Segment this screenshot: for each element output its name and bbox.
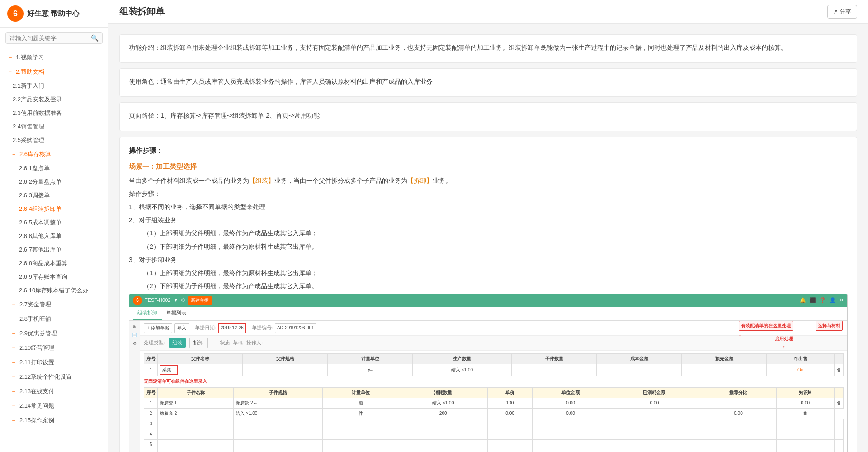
plus-icon: ＋ <box>11 300 17 309</box>
sidebar-item-label: 2.6.5成本调整单 <box>19 219 61 227</box>
app-titlebar: 6 TEST-H002 ▼ ⚙ 新建单据 🔔 ⬛ ❓ 👤 ✕ <box>129 294 847 307</box>
sidebar-item-data[interactable]: 2.3使用前数据准备 <box>0 106 108 120</box>
sidebar-item-purchase[interactable]: 2.5采购管理 <box>0 133 108 147</box>
page-title: 组装拆卸单 <box>119 5 165 18</box>
sidebar-item-label: 2.1新手入门 <box>13 82 44 90</box>
on-label: On <box>797 367 803 372</box>
share-icon: ↗ <box>833 9 838 15</box>
plus-icon: ＋ <box>7 53 13 62</box>
sidebar-item-inv9[interactable]: 2.6.9库存账本查询 <box>0 270 108 284</box>
sidebar-item-label: 2.8手机旺辅 <box>19 315 51 323</box>
sidebar-item-label: 2.2产品安装及登录 <box>13 95 62 104</box>
logo-icon: 6 <box>7 5 24 22</box>
minus-icon: － <box>11 150 17 158</box>
sidebar-item-label: 2.7资金管理 <box>19 300 51 309</box>
table-row: 5 <box>144 439 844 450</box>
form-header: + 添加单据 导入 单据日期: 2019-12-26 单据编号: AD-2019… <box>140 321 847 336</box>
sidebar-item-label: 2.10经营管理 <box>19 344 54 352</box>
ops-card: 操作步骤： 场景一：加工类型选择 当由多个子件材料组装成一个成品的业务为【组装】… <box>119 137 857 452</box>
table-row: 4 <box>144 429 844 439</box>
type-selector-row: 处理类型: 组装 拆卸 状态: 草稿 操作人: 组装业务、拆卸业务在这里切换 启… <box>140 336 847 351</box>
share-button[interactable]: ↗ 分享 <box>827 5 857 19</box>
sidebar-item-label: 2.9优惠券管理 <box>19 329 57 338</box>
left-icon1: ⊞ <box>133 323 137 330</box>
sidebar-item-label: 2.6.1盘点单 <box>19 164 50 172</box>
app-left-icons: ⊞ 📄 ⚙ <box>129 321 140 452</box>
app-screenshot: 6 TEST-H002 ▼ ⚙ 新建单据 🔔 ⬛ ❓ 👤 ✕ <box>129 294 848 452</box>
sidebar-item-faq[interactable]: ＋ 2.14常见问题 <box>0 399 108 413</box>
top-bar: 组装拆卸单 ↗ 分享 <box>108 0 868 24</box>
role-text: 使用角色：通常由生产人员或库管人员完成拆装业务的操作，库管人员确认原材料的出库和… <box>129 76 848 87</box>
sidebar-item-sales[interactable]: 2.4销售管理 <box>0 120 108 133</box>
intro-card: 功能介绍：组装拆卸单用来处理企业组装或拆卸等加工业务，支持有固定装配清单的产品加… <box>119 34 857 63</box>
search-icon[interactable]: 🔍 <box>91 34 99 42</box>
sidebar-item-inventory[interactable]: － 2.6库存核算 <box>0 147 108 162</box>
sidebar-item-coupon[interactable]: ＋ 2.9优惠券管理 <box>0 326 108 341</box>
step3-sub1: （1）上部明细为父件明细，最终作为原材料生成其它出库单； <box>143 267 848 279</box>
sidebar-item-label: 2.6.6其他入库单 <box>19 232 61 240</box>
sidebar-item-label: 2.6.9库存账本查询 <box>19 273 67 281</box>
path-text: 页面路径：1、库存核算->库存管理->组装拆卸单 2、首页->常用功能 <box>129 110 848 121</box>
tab-list[interactable]: 单据列表 <box>162 307 191 320</box>
sidebar-item-inv5[interactable]: 2.6.5成本调整单 <box>0 216 108 229</box>
table-row: 3 <box>144 419 844 429</box>
sidebar-item-label: 2.15操作案例 <box>19 416 54 424</box>
sidebar-item-label: 2.4销售管理 <box>13 123 44 131</box>
date-value: 2019-12-26 <box>218 323 246 333</box>
sidebar-item-inv7[interactable]: 2.6.7其他出库单 <box>0 243 108 257</box>
nav-section: ＋ 1.视频学习 － 2.帮助文档 2.1新手入门 2.2产品安装及登录 2.3… <box>0 48 108 429</box>
sidebar-item-ops[interactable]: ＋ 2.10经营管理 <box>0 341 108 355</box>
sidebar-item-inv8[interactable]: 2.6.8商品成本重算 <box>0 257 108 270</box>
sidebar-item-label: 2.13在线支付 <box>19 387 54 395</box>
new-doc-btn[interactable]: 新建单据 <box>188 296 212 305</box>
sidebar-item-pay[interactable]: ＋ 2.13在线支付 <box>0 384 108 399</box>
sidebar-item-print[interactable]: ＋ 2.11打印设置 <box>0 355 108 370</box>
sidebar-item-system[interactable]: ＋ 2.12系统个性化设置 <box>0 370 108 384</box>
sidebar-item-docs[interactable]: － 2.帮助文档 <box>0 65 108 79</box>
sidebar-item-inv6[interactable]: 2.6.6其他入库单 <box>0 229 108 243</box>
annotation2-group: 选择与材料 <box>816 321 843 331</box>
parent-item-name[interactable]: 采集 <box>160 365 178 375</box>
content-area: 功能介绍：组装拆卸单用来处理企业组装或拆卸等加工业务，支持有固定装配清单的产品加… <box>108 24 868 452</box>
sidebar-item-install[interactable]: 2.2产品安装及登录 <box>0 93 108 106</box>
disassemble-type-btn[interactable]: 拆卸 <box>189 338 208 348</box>
sidebar-item-inv10[interactable]: 2.6.10库存账本错了怎么办 <box>0 284 108 297</box>
date-label: 单据日期: <box>195 324 216 333</box>
sidebar-item-label: 2.6.10库存账本错了怎么办 <box>19 286 88 295</box>
assemble-type-btn[interactable]: 组装 <box>169 338 186 348</box>
plus-icon: ＋ <box>11 344 17 352</box>
num-value: AD-20191226-001 <box>275 323 316 333</box>
app-nav-tabs: 组装拆卸 单据列表 <box>129 307 847 321</box>
sidebar-item-cases[interactable]: ＋ 2.15操作案例 <box>0 413 108 428</box>
annotation4-group: 启用处理 ↑ <box>775 335 793 351</box>
sidebar-item-label: 2.6库存核算 <box>19 150 51 158</box>
lower-table-area: 序号 子件名称 子件规格 计量单位 消耗数量 单价 单位金额 已消耗金额 <box>144 387 844 452</box>
intro-text: 功能介绍：组装拆卸单用来处理企业组装或拆卸等加工业务，支持有固定装配清单的产品加… <box>129 42 848 53</box>
add-btn[interactable]: + 添加单据 <box>144 323 172 333</box>
sidebar-item-label: 2.帮助文档 <box>16 68 44 76</box>
user-icon: 👤 <box>830 296 836 305</box>
left-icon3: ⚙ <box>133 340 137 347</box>
search-input[interactable] <box>9 35 91 42</box>
plus-icon: ＋ <box>11 315 17 323</box>
sidebar-item-fund[interactable]: ＋ 2.7资金管理 <box>0 297 108 312</box>
search-box[interactable]: 🔍 <box>5 32 103 44</box>
tab-active[interactable]: 组装拆卸 <box>133 307 162 320</box>
close-icon[interactable]: ✕ <box>840 296 844 305</box>
step2: 2、对于组装业务 <box>129 214 848 226</box>
sidebar-item-inv4[interactable]: 2.6.4组装拆卸单 <box>0 202 108 216</box>
sidebar-item-mobile[interactable]: ＋ 2.8手机旺辅 <box>0 312 108 326</box>
annotation4-label: 启用处理 <box>775 335 793 343</box>
sidebar-item-new[interactable]: 2.1新手入门 <box>0 79 108 93</box>
app-form-area: ⊞ 📄 ⚙ + 添加单据 导入 <box>129 321 847 452</box>
sidebar-item-inv2[interactable]: 2.6.2分量盘点单 <box>0 175 108 189</box>
import-btn[interactable]: 导入 <box>174 323 189 333</box>
sidebar-item-inv1[interactable]: 2.6.1盘点单 <box>0 162 108 175</box>
sidebar-item-label: 1.视频学习 <box>16 53 44 62</box>
sidebar-item-inv3[interactable]: 2.6.3调拨单 <box>0 189 108 202</box>
table-row: 2 橡胶套 2 结入 ×1.00 件 200 0.00 0.00 <box>144 408 844 419</box>
sidebar-item-video[interactable]: ＋ 1.视频学习 <box>0 50 108 65</box>
plus-icon: ＋ <box>11 358 17 366</box>
annotation5-label: 无固定清单可在组件在这里录入 <box>144 377 844 385</box>
sidebar: 6 好生意 帮助中心 🔍 ＋ 1.视频学习 － 2.帮助文档 2.1新手入门 2… <box>0 0 108 452</box>
